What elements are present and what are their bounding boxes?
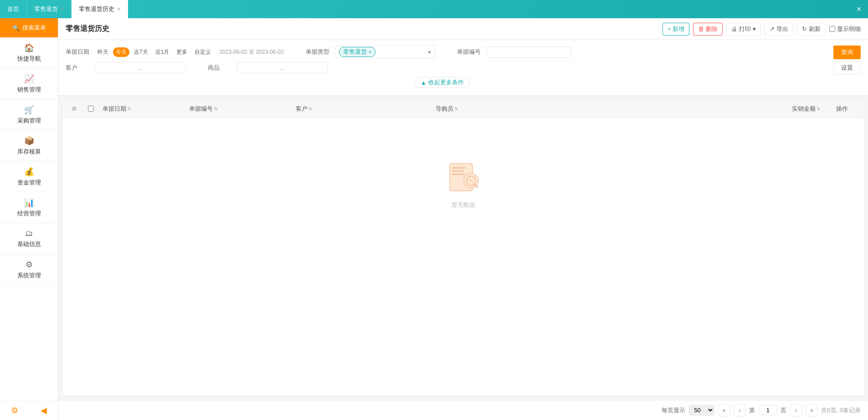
type-dropdown-icon[interactable]: ▾ [428,49,431,56]
column-settings-icon[interactable]: ⚙ [66,105,82,112]
collapse-row: ▲ 收起更多条件 [66,77,819,88]
th-amount[interactable]: 实销金额 ⇅ [737,105,824,113]
page-suffix: 页 [781,406,786,415]
system-icon: ⚙ [26,260,33,270]
type-tag: 零售退货 × [339,47,375,57]
goods-filter-input[interactable]: ... [237,62,328,73]
collapse-sidebar-icon[interactable]: ◀ [41,405,47,415]
page-label: 第 [749,406,755,415]
sidebar-item-operations[interactable]: 📊 经营管理 [0,192,58,223]
tab-retail-return-history[interactable]: 零售退货历史 × [72,0,128,18]
header-actions: + 新增 🗑 删除 🖨 打印 ▾ ↗ 导出 ↻ 刷新 显示明细 [663,23,861,36]
goods-filter-label: 商品 [208,64,233,72]
tab-list: 首页 零售退货 × 零售退货历史 × [0,0,850,18]
sidebar-bottom: ⚙ ◀ [0,400,58,420]
inventory-icon: 📦 [24,136,34,146]
page-input[interactable] [759,405,777,415]
print-icon: 🖨 [731,26,737,32]
empty-illustration [443,154,484,195]
collapse-button[interactable]: ▲ 收起更多条件 [415,77,470,88]
setting-button[interactable]: 设置 [833,61,861,75]
svg-rect-3 [452,174,465,175]
svg-rect-1 [452,167,466,169]
select-all-checkbox[interactable] [88,106,94,112]
settings-bottom-icon[interactable]: ⚙ [11,405,18,415]
date-more[interactable]: 更多 [174,47,190,57]
th-customer[interactable]: 客户 ⇅ [292,105,432,113]
empty-text: 暂无数据 [452,201,475,209]
show-detail-checkbox[interactable] [829,26,835,32]
empty-state: 暂无数据 [443,118,484,246]
date-range-display: 2023-06-02 至 2023-06-02 [219,48,283,56]
query-button[interactable]: 查询 [833,46,861,59]
date-1month[interactable]: 近1月 [153,47,172,57]
first-page-button[interactable]: « [718,405,730,416]
refresh-button[interactable]: ↻ 刷新 [797,23,826,36]
print-button[interactable]: 🖨 打印 ▾ [726,23,761,36]
date-yesterday[interactable]: 昨天 [95,47,111,57]
type-filter-label: 单据类型 [306,48,331,56]
sidebar-item-basics[interactable]: 🗂 基础信息 [0,223,58,254]
tab-retail-return-close[interactable]: × [61,6,64,12]
tab-home[interactable]: 首页 [0,0,27,18]
th-action: 操作 [824,105,860,113]
next-page-button[interactable]: › [790,405,802,416]
sidebar-item-finance[interactable]: 💰 资金管理 [0,161,58,192]
tab-retail-return[interactable]: 零售退货 × [27,0,72,18]
filter-area: 单据日期 昨天 今天 近7天 近1月 更多 自定义 2023-06-02 至 2… [58,40,868,96]
customer-filter-input[interactable]: ... [95,62,186,73]
sidebar-item-inventory[interactable]: 📦 库存核算 [0,130,58,161]
page-title: 零售退货历史 [66,24,109,34]
sidebar-item-sales[interactable]: 📈 销售管理 [0,68,58,99]
show-detail-checkbox-label[interactable]: 显示明细 [829,25,861,33]
sort-num-icon: ⇅ [214,106,217,111]
export-button[interactable]: ↗ 导出 [765,23,793,36]
per-page-select[interactable]: 20 50 100 [689,405,714,415]
svg-rect-2 [452,170,463,172]
sort-customer-icon: ⇅ [308,106,312,111]
export-icon: ↗ [770,26,775,32]
sidebar-search[interactable]: 🔍 搜索菜单 [0,18,58,37]
voucher-input[interactable] [486,46,571,58]
operations-icon: 📊 [24,198,34,208]
header-checkbox[interactable] [82,106,99,112]
tab-retail-return-history-close[interactable]: × [117,6,120,12]
voucher-filter-label: 单据编号 [457,48,483,56]
th-num[interactable]: 单据编号 ⇅ [185,105,292,113]
content-area: 零售退货历史 + 新增 🗑 删除 🖨 打印 ▾ ↗ 导出 ↻ 刷新 [58,18,868,420]
table-header: ⚙ 单据日期 ⇅ 单据编号 ⇅ 客户 ⇅ 导购员 ⇅ [62,100,864,118]
date-custom[interactable]: 自定义 [192,47,214,57]
pagination-bar: 每页显示 20 50 100 « ‹ 第 页 › » 共0页, 0条记录 [58,400,868,420]
delete-button[interactable]: 🗑 删除 [693,23,723,36]
page-header: 零售退货历史 + 新增 🗑 删除 🖨 打印 ▾ ↗ 导出 ↻ 刷新 [58,18,868,40]
home-icon: 🏠 [24,43,34,53]
customer-filter-label: 客户 [66,64,91,72]
main-layout: 🔍 搜索菜单 🏠 快捷导航 📈 销售管理 🛒 采购管理 📦 库存核算 💰 资金管… [0,18,868,420]
finance-icon: 💰 [24,167,34,177]
th-guide[interactable]: 导购员 ⇅ [432,105,539,113]
th-date[interactable]: 单据日期 ⇅ [99,105,185,113]
prev-page-button[interactable]: ‹ [734,405,745,416]
top-bar: 首页 零售退货 × 零售退货历史 × × [0,0,868,18]
filter-row-1: 单据日期 昨天 今天 近7天 近1月 更多 自定义 2023-06-02 至 2… [66,46,819,58]
sidebar-item-system[interactable]: ⚙ 系统管理 [0,254,58,285]
window-close-button[interactable]: × [850,0,868,18]
new-button[interactable]: + 新增 [663,23,689,36]
type-tag-close[interactable]: × [369,49,371,55]
refresh-icon: ↻ [802,26,807,32]
last-page-button[interactable]: » [806,405,817,416]
basics-icon: 🗂 [25,229,33,238]
date-today[interactable]: 今天 [113,47,129,57]
filter-actions: 查询 设置 [826,46,861,75]
per-page-label: 每页显示 [662,406,685,415]
sort-guide-icon: ⇅ [454,106,458,111]
table-area: ⚙ 单据日期 ⇅ 单据编号 ⇅ 客户 ⇅ 导购员 ⇅ [62,99,864,396]
search-icon: 🔍 [12,25,20,31]
sort-date-icon: ⇅ [127,106,131,111]
date-7days[interactable]: 近7天 [131,47,151,57]
total-label: 共0页, 0条记录 [821,406,861,415]
sidebar: 🔍 搜索菜单 🏠 快捷导航 📈 销售管理 🛒 采购管理 📦 库存核算 💰 资金管… [0,18,58,420]
sidebar-item-quick-nav[interactable]: 🏠 快捷导航 [0,37,58,68]
type-filter-container[interactable]: 零售退货 × ▾ [335,46,435,58]
sidebar-item-purchase[interactable]: 🛒 采购管理 [0,99,58,130]
